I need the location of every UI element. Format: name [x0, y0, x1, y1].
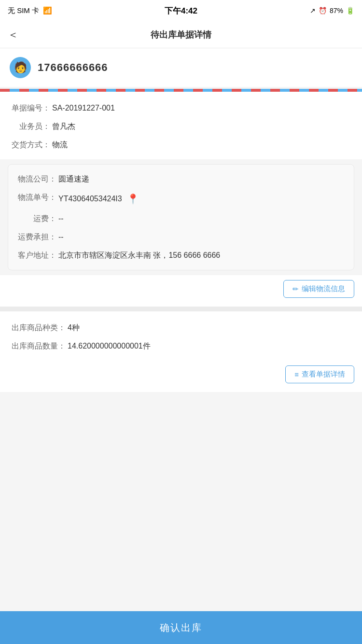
bottom-spacer — [0, 392, 362, 450]
logistics-card: 物流公司： 圆通速递 物流单号： YT43064053424I3 📍 运费： -… — [8, 164, 354, 270]
delivery-label: 交货方式： — [12, 139, 50, 151]
goods-section: 出库商品种类： 4种 出库商品数量： 14.620000000000001件 — [0, 311, 362, 361]
view-detail-icon: ≡ — [294, 370, 299, 378]
goods-quantity-row: 出库商品数量： 14.620000000000001件 — [12, 340, 350, 352]
nav-bar: ＜ 待出库单据详情 — [0, 21, 362, 48]
logistics-tracking-value: YT43064053424I3 — [58, 193, 122, 205]
location-status-icon: ↗ — [310, 7, 316, 14]
logistics-num-container: YT43064053424I3 📍 — [58, 192, 139, 206]
logistics-company-value: 圆通速递 — [58, 173, 344, 185]
customer-phone: 17666666666 — [38, 61, 108, 74]
document-label: 单据编号： — [12, 102, 50, 114]
freight-bear-value: -- — [58, 231, 344, 243]
carrier-text: 无 SIM 卡 — [8, 6, 39, 15]
page-title: 待出库单据详情 — [151, 29, 211, 41]
address-value: 北京市市辖区海淀区永丰南 张，156 6666 6666 — [58, 250, 344, 261]
status-time: 下午4:42 — [165, 5, 197, 16]
goods-quantity-value: 14.620000000000001件 — [68, 340, 350, 352]
logistics-tracking-label: 物流单号： — [18, 192, 56, 203]
edit-btn-row: ✏ 编辑物流信息 — [0, 275, 362, 307]
delivery-value: 物流 — [52, 139, 350, 151]
freight-label: 运费： — [18, 213, 56, 224]
order-info-section: 单据编号： SA-20191227-001 业务员： 曾凡杰 交货方式： 物流 — [0, 92, 362, 159]
address-row: 客户地址： 北京市市辖区海淀区永丰南 张，156 6666 6666 — [18, 250, 344, 261]
avatar-icon: 🧑 — [14, 61, 27, 74]
goods-type-row: 出库商品种类： 4种 — [12, 322, 350, 334]
logistics-company-row: 物流公司： 圆通速递 — [18, 173, 344, 185]
freight-row: 运费： -- — [18, 213, 344, 224]
confirm-btn-bar[interactable]: 确认出库 — [0, 611, 362, 644]
document-row: 单据编号： SA-20191227-001 — [12, 102, 350, 114]
avatar: 🧑 — [10, 57, 31, 78]
confirm-btn-text: 确认出库 — [160, 621, 202, 634]
salesman-row: 业务员： 曾凡杰 — [12, 121, 350, 132]
battery-icon: 🔋 — [346, 7, 354, 14]
edit-logistics-label: 编辑物流信息 — [302, 284, 345, 294]
salesman-label: 业务员： — [12, 121, 50, 132]
wifi-icon: 📶 — [43, 6, 52, 15]
view-detail-label: 查看单据详情 — [302, 370, 345, 379]
view-detail-row: ≡ 查看单据详情 — [0, 361, 362, 392]
back-button[interactable]: ＜ — [4, 24, 22, 46]
status-left: 无 SIM 卡 📶 — [8, 6, 52, 15]
customer-header: 🧑 17666666666 — [0, 48, 362, 87]
edit-logistics-button[interactable]: ✏ 编辑物流信息 — [283, 280, 354, 298]
address-label: 客户地址： — [18, 250, 56, 261]
battery-text: 87% — [330, 7, 343, 14]
location-icon[interactable]: 📍 — [127, 192, 139, 206]
alarm-icon: ⏰ — [319, 7, 327, 14]
goods-quantity-label: 出库商品数量： — [12, 340, 66, 352]
view-detail-button[interactable]: ≡ 查看单据详情 — [285, 365, 354, 383]
salesman-value: 曾凡杰 — [52, 121, 350, 132]
goods-type-label: 出库商品种类： — [12, 322, 66, 334]
edit-icon: ✏ — [292, 285, 299, 294]
delivery-row: 交货方式： 物流 — [12, 139, 350, 151]
status-bar: 无 SIM 卡 📶 下午4:42 ↗ ⏰ 87% 🔋 — [0, 0, 362, 21]
status-right: ↗ ⏰ 87% 🔋 — [310, 7, 354, 14]
logistics-company-label: 物流公司： — [18, 173, 56, 185]
document-value: SA-20191227-001 — [52, 102, 350, 114]
logistics-tracking-row: 物流单号： YT43064053424I3 📍 — [18, 192, 344, 206]
section-divider — [0, 307, 362, 311]
goods-type-value: 4种 — [68, 322, 350, 334]
freight-bear-label: 运费承担： — [18, 231, 56, 243]
freight-bear-row: 运费承担： -- — [18, 231, 344, 243]
freight-value: -- — [58, 213, 344, 224]
